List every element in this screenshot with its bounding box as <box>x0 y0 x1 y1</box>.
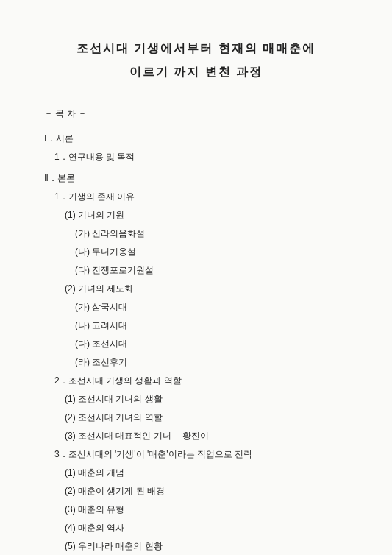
toc-item: (1) 기녀의 기원 <box>44 208 348 223</box>
toc-header: － 목 차 － <box>44 106 348 122</box>
title-line2: 이르기 까지 변천 과정 <box>44 60 348 84</box>
toc-item: (3) 조선시대 대표적인 기녀 －황진이 <box>44 428 348 444</box>
toc-item: (라) 조선후기 <box>44 355 348 370</box>
toc-item: (가) 신라의음화설 <box>44 226 348 241</box>
toc-item: (다) 조선시대 <box>44 336 348 352</box>
toc-item: (2) 기녀의 제도화 <box>44 281 348 297</box>
toc-item: (2) 매춘이 생기게 된 배경 <box>44 484 348 499</box>
toc-item: Ⅰ．서론 <box>44 131 348 146</box>
toc-item: (1) 매춘의 개념 <box>44 465 348 481</box>
toc-item: (나) 고려시대 <box>44 318 348 333</box>
toc-item: 3．조선시대의 '기생'이 '매춘'이라는 직업으로 전락 <box>44 447 348 462</box>
page-title: 조선시대 기생에서부터 현재의 매매춘에 이르기 까지 변천 과정 <box>44 37 348 84</box>
toc-item: 1．기생의 존재 이유 <box>44 189 348 205</box>
toc-item: 1．연구내용 및 목적 <box>44 149 348 165</box>
toc-item: (다) 전쟁포로기원설 <box>44 263 348 278</box>
toc-content: Ⅰ．서론1．연구내용 및 목적Ⅱ．본론1．기생의 존재 이유(1) 기녀의 기원… <box>44 131 348 555</box>
title-line1: 조선시대 기생에서부터 현재의 매매춘에 <box>44 37 348 60</box>
toc-item: (가) 삼국시대 <box>44 300 348 315</box>
toc-item: (1) 조선시대 기녀의 생활 <box>44 392 348 407</box>
toc-item: Ⅱ．본론 <box>44 171 348 186</box>
toc-item: (2) 조선시대 기녀의 역할 <box>44 410 348 425</box>
toc-item: (3) 매춘의 유형 <box>44 502 348 517</box>
toc-item: 2．조선시대 기생의 생활과 역할 <box>44 373 348 389</box>
toc-item: (5) 우리나라 매춘의 현황 <box>44 539 348 554</box>
toc-item: (나) 무녀기옹설 <box>44 244 348 260</box>
toc-item: (4) 매춘의 역사 <box>44 520 348 536</box>
